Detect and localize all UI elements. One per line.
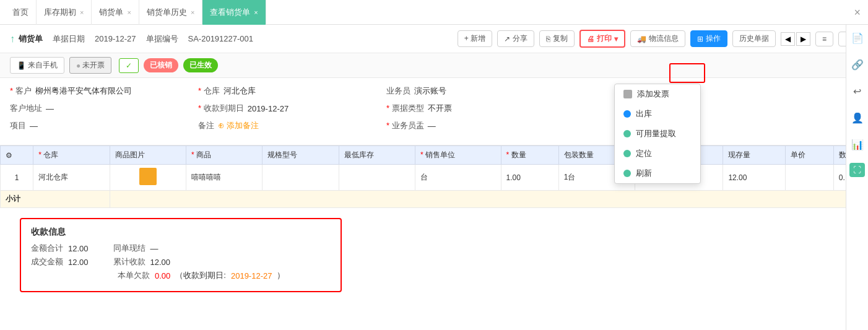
locate-item[interactable]: 定位 xyxy=(615,144,700,163)
payment-row-3: 本单欠款 0.00 （收款到期日: 2019-12-27 ） xyxy=(31,270,331,281)
plus-icon: ⊕ xyxy=(218,121,224,130)
right-sidebar: 📄 🔗 ↩ 👤 📊 ⛶ xyxy=(846,25,868,330)
due-date-label: 收款到期日 xyxy=(198,103,244,114)
payment-title: 收款信息 xyxy=(31,227,331,238)
subtotal-label: 小计 xyxy=(1,191,110,208)
print-label: 打印 xyxy=(597,33,612,44)
row-current-stock: 12.00 xyxy=(723,165,786,191)
available-qty-label: 可用量提取 xyxy=(636,128,676,139)
share-button[interactable]: ↗ 分享 xyxy=(497,30,534,47)
tab-inventory-init-close[interactable]: × xyxy=(80,9,84,16)
add-note-btn[interactable]: ⊕ 添加备注 xyxy=(218,120,259,131)
sidebar-expand-icon[interactable]: ⛶ xyxy=(849,163,865,177)
tab-home[interactable]: 首页 xyxy=(5,0,37,25)
tab-check-sales-close[interactable]: × xyxy=(254,9,258,16)
current-owed-item: 本单欠款 0.00 （收款到期日: 2019-12-27 ） xyxy=(118,270,285,281)
transaction-amount-label: 成交金额 xyxy=(31,256,63,267)
form-section: 客户 柳州粤港平安气体有限公司 仓库 河北仓库 业务员 演示账号 客户地址 — xyxy=(0,78,868,145)
logistics-label: 物流信息 xyxy=(649,33,679,44)
col-sales-unit: 销售单位 xyxy=(415,146,501,165)
window-close-button[interactable]: × xyxy=(854,6,861,19)
operation-button[interactable]: ⊞ 操作 xyxy=(690,30,727,47)
project-field: 项目 — xyxy=(10,120,183,131)
ticket-type-value: 不开票 xyxy=(428,103,452,114)
tab-sales-order[interactable]: 销货单 × xyxy=(92,0,139,25)
col-min-stock: 最低库存 xyxy=(339,146,415,165)
row-quantity: 1.00 xyxy=(501,165,558,191)
table-row: 1 河北仓库 嘻嘻嘻嘻 台 1.00 1台 12.00 xyxy=(1,165,868,191)
staff2-value: — xyxy=(428,121,436,131)
due-date-parens: （收款到期日: xyxy=(175,270,226,281)
customer-label: 客户 xyxy=(10,85,32,97)
sidebar-link-icon[interactable]: 🔗 xyxy=(849,56,866,73)
operation-dropdown: 添加发票 出库 可用量提取 定位 刷新 xyxy=(614,84,701,184)
total-amount-item: 金额合计 12.00 xyxy=(31,243,89,254)
tab-inventory-init[interactable]: 库存期初 × xyxy=(37,0,92,25)
operation-icon: ⊞ xyxy=(697,35,703,43)
transaction-amount-value: 12.00 xyxy=(68,258,89,267)
add-invoice-item[interactable]: 添加发票 xyxy=(615,84,700,104)
tab-sales-history[interactable]: 销货单历史 × xyxy=(139,0,202,25)
logistics-icon: 🚚 xyxy=(637,35,646,43)
action-row: 📱 来自手机 ● 未开票 ✓ 已核销 已生效 xyxy=(0,53,868,78)
same-order-settle-label: 同单现结 xyxy=(113,243,145,254)
sidebar-doc-icon[interactable]: 📄 xyxy=(849,30,866,46)
copy-label: 复制 xyxy=(553,33,568,44)
cumulative-receipt-item: 累计收款 12.00 xyxy=(113,256,171,267)
out-warehouse-item[interactable]: 出库 xyxy=(615,104,700,124)
copy-icon: ⎘ xyxy=(546,35,550,43)
total-amount-label: 金额合计 xyxy=(31,243,63,254)
project-label: 项目 xyxy=(10,120,26,131)
tab-sales-order-close[interactable]: × xyxy=(127,9,131,16)
sidebar-chart-icon[interactable]: 📊 xyxy=(849,136,866,153)
refresh-item[interactable]: 刷新 xyxy=(615,163,700,183)
out-warehouse-icon xyxy=(623,110,631,118)
doc-number-label: 单据编号 xyxy=(146,33,178,45)
col-spec: 规格型号 xyxy=(263,146,339,165)
payment-box: 收款信息 金额合计 12.00 同单现结 — 成交金额 12.00 xyxy=(20,218,342,292)
print-dropdown-icon: ▾ xyxy=(614,35,618,43)
sidebar-return-icon[interactable]: ↩ xyxy=(851,83,864,100)
row-min-stock xyxy=(339,165,415,191)
grid-view-button[interactable]: ≡ xyxy=(815,32,833,46)
row-product: 嘻嘻嘻嘻 xyxy=(186,165,262,191)
col-unit-price: 单价 xyxy=(786,146,834,165)
print-button[interactable]: 🖨 打印 ▾ xyxy=(579,30,625,48)
tab-sales-history-close[interactable]: × xyxy=(191,9,194,16)
form-row-1: 客户 柳州粤港平安气体有限公司 仓库 河北仓库 业务员 演示账号 xyxy=(10,85,858,97)
next-button[interactable]: ▶ xyxy=(796,32,810,46)
payment-section: 收款信息 金额合计 12.00 同单现结 — 成交金额 12.00 xyxy=(0,208,868,297)
project-value: — xyxy=(30,121,38,131)
available-qty-icon xyxy=(623,130,631,137)
check-button[interactable]: ✓ xyxy=(119,58,139,73)
logistics-button[interactable]: 🚚 物流信息 xyxy=(630,30,685,47)
tab-check-sales[interactable]: 查看销货单 × xyxy=(202,0,266,25)
history-button[interactable]: 历史单据 xyxy=(732,30,776,47)
product-table: ⚙ 仓库 商品图片 商品 规格型号 最低库存 销售单位 数量 包装数量 可用量（… xyxy=(0,145,868,208)
copy-button[interactable]: ⎘ 复制 xyxy=(539,30,575,47)
due-date-field: 收款到期日 2019-12-27 xyxy=(198,103,371,114)
row-index: 1 xyxy=(1,165,33,191)
row-unit-price xyxy=(786,165,834,191)
sidebar-user-icon[interactable]: 👤 xyxy=(849,110,866,126)
locate-label: 定位 xyxy=(636,148,652,159)
prev-button[interactable]: ◀ xyxy=(781,32,795,46)
row-warehouse: 河北仓库 xyxy=(33,165,110,191)
from-phone-button[interactable]: 📱 来自手机 xyxy=(10,57,64,74)
ticket-type-field: 票据类型 不开票 xyxy=(386,103,510,114)
new-button[interactable]: + 新增 xyxy=(458,30,492,47)
addr-label: 客户地址 xyxy=(10,103,42,114)
tab-check-sales-label: 查看销货单 xyxy=(210,7,250,18)
doc-type-icon: ↑ xyxy=(10,33,15,45)
doc-meta: 单据日期 2019-12-27 单据编号 SA-20191227-001 xyxy=(53,33,253,45)
available-qty-item[interactable]: 可用量提取 xyxy=(615,124,700,144)
col-product-img: 商品图片 xyxy=(110,146,186,165)
staff2-field: 业务员盂 — xyxy=(386,120,510,131)
not-open-button[interactable]: ● 未开票 xyxy=(69,57,111,74)
revoked-badge: 已核销 xyxy=(144,58,178,72)
due-date-value: 2019-12-27 xyxy=(231,271,272,280)
current-owed-label: 本单欠款 xyxy=(118,270,150,281)
from-phone-label: 来自手机 xyxy=(28,60,58,71)
tab-sales-order-label: 销货单 xyxy=(99,7,123,18)
note-field: 备注 ⊕ 添加备注 xyxy=(198,120,371,131)
